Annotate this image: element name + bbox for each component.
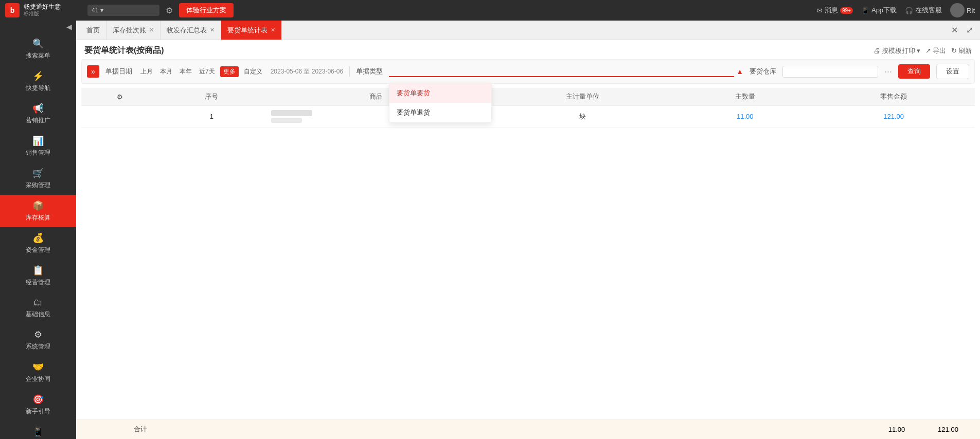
- sidebar-item-search[interactable]: 🔍 搜索菜单: [0, 33, 76, 65]
- export-label: 导出: [933, 46, 946, 56]
- type-select-wrapper: ▲ 要货单要货 要货单退货: [389, 66, 743, 77]
- date-shortcuts: 上月 本月 本年 近7天 更多 自定义: [138, 66, 264, 77]
- sidebar-item-purchase[interactable]: 🛒 采购管理: [0, 162, 76, 195]
- date-last-7days[interactable]: 近7天: [197, 66, 217, 77]
- sidebar-icon-shortcut: ⚡: [32, 70, 44, 82]
- tab-home[interactable]: 首页: [80, 21, 106, 40]
- store-name: 41: [92, 7, 98, 14]
- cell-qty-0: 11.00: [678, 106, 812, 127]
- sidebar-icon-purchase: 🛒: [32, 168, 44, 179]
- page-actions: 🖨 按模板打印 ▾ ↗ 导出 ↻ 刷新: [874, 46, 972, 56]
- header-settings-icon[interactable]: ⚙: [164, 4, 175, 17]
- col-qty: 主数量: [678, 88, 812, 106]
- col-settings[interactable]: ⚙: [81, 88, 158, 106]
- print-icon: 🖨: [874, 47, 880, 54]
- tab-close-order-stat[interactable]: ✕: [271, 27, 275, 33]
- date-last-month[interactable]: 上月: [138, 66, 155, 77]
- message-button[interactable]: ✉ 消息 99+: [817, 6, 853, 15]
- filter-expand-button[interactable]: »: [87, 65, 99, 78]
- sidebar-item-apps[interactable]: 📱 应用中心: [0, 421, 76, 439]
- sidebar-item-system[interactable]: ⚙ 系统管理: [0, 324, 76, 356]
- more-filters-icon[interactable]: ···: [884, 66, 892, 77]
- footer-amount: 121.00: [922, 426, 974, 433]
- app-download-label: App下载: [871, 6, 897, 15]
- sidebar-label-operation: 经营管理: [26, 278, 50, 287]
- tab-expand-icon[interactable]: ⤢: [963, 24, 976, 36]
- chevron-down-icon: ▾: [100, 7, 103, 14]
- top-header: b 畅捷通好生意 标准版 41 ▾ ⚙ 体验行业方案 ✉ 消息 99+ 📱 Ap…: [0, 0, 980, 21]
- tab-label-order-stat: 要货单统计表: [227, 26, 268, 35]
- date-this-year[interactable]: 本年: [177, 66, 194, 77]
- message-label: 消息: [825, 6, 838, 15]
- dropdown-item-order-return[interactable]: 要货单退货: [389, 103, 491, 122]
- tab-order-stat[interactable]: 要货单统计表✕: [221, 21, 281, 40]
- table-footer: 合计 11.00 121.00: [76, 419, 980, 439]
- refresh-label: 刷新: [958, 46, 972, 56]
- app-download-button[interactable]: 📱 App下载: [861, 6, 897, 15]
- page-title: 要货单统计表(按商品): [84, 45, 164, 56]
- export-button[interactable]: ↗ 导出: [925, 46, 946, 56]
- sidebar-label-system: 系统管理: [26, 342, 50, 351]
- sidebar-item-shortcut[interactable]: ⚡ 快捷导航: [0, 65, 76, 98]
- filter-bar: » 单据日期 上月 本月 本年 近7天 更多 自定义 2023-05-06 至 …: [81, 59, 975, 84]
- cell-amount-0: 121.00: [812, 106, 975, 127]
- header-right: ✉ 消息 99+ 📱 App下载 🎧 在线客服 Rit: [817, 3, 975, 17]
- tab-batch[interactable]: 库存批次账✕: [106, 21, 161, 40]
- tab-receivable[interactable]: 收发存汇总表✕: [161, 21, 221, 40]
- warehouse-input[interactable]: [782, 66, 878, 78]
- sidebar: ◀ 🔍 搜索菜单 ⚡ 快捷导航 📢 营销推广 📊 销售管理 🛒 采购管理 📦 库…: [0, 21, 76, 439]
- sidebar-icon-marketing: 📢: [32, 103, 44, 114]
- content-area: 首页库存批次账✕收发存汇总表✕要货单统计表✕ ✕ ⤢ 要货单统计表(按商品) 🖨…: [76, 21, 980, 439]
- sidebar-icon-sales: 📊: [32, 135, 44, 147]
- sidebar-label-guide: 新手引导: [26, 407, 50, 416]
- tab-close-all-icon[interactable]: ✕: [948, 24, 961, 36]
- sidebar-toggle[interactable]: ◀: [0, 21, 76, 33]
- app-sub: 标准版: [24, 10, 61, 17]
- sidebar-label-finance: 资金管理: [26, 246, 50, 254]
- sidebar-icon-search: 🔍: [32, 38, 44, 49]
- refresh-button[interactable]: ↻ 刷新: [951, 46, 972, 56]
- export-icon: ↗: [925, 47, 931, 54]
- sidebar-icon-system: ⚙: [34, 329, 42, 340]
- print-button[interactable]: 🖨 按模板打印 ▾: [874, 46, 920, 56]
- sidebar-item-inventory[interactable]: 📦 库存核算: [0, 195, 76, 227]
- sidebar-item-marketing[interactable]: 📢 营销推广: [0, 98, 76, 130]
- trial-button[interactable]: 体验行业方案: [179, 3, 234, 17]
- online-service-button[interactable]: 🎧 在线客服: [905, 6, 942, 15]
- tab-close-batch[interactable]: ✕: [149, 27, 154, 33]
- col-seq: 序号: [158, 88, 265, 106]
- sidebar-icon-finance: 💰: [32, 232, 44, 244]
- sidebar-item-operation[interactable]: 📋 经营管理: [0, 260, 76, 292]
- store-selector[interactable]: 41 ▾: [87, 5, 159, 16]
- tab-bar: 首页库存批次账✕收发存汇总表✕要货单统计表✕ ✕ ⤢: [76, 21, 980, 40]
- query-button[interactable]: 查询: [898, 64, 930, 79]
- sidebar-nav: 🔍 搜索菜单 ⚡ 快捷导航 📢 营销推广 📊 销售管理 🛒 采购管理 📦 库存核…: [0, 33, 76, 439]
- tab-label-batch: 库存批次账: [113, 26, 146, 35]
- user-avatar[interactable]: Rit: [950, 3, 975, 17]
- sidebar-item-guide[interactable]: 🎯 新手引导: [0, 389, 76, 421]
- date-more[interactable]: 更多: [220, 66, 239, 77]
- cell-unit-0: 块: [488, 106, 678, 127]
- tab-close-receivable[interactable]: ✕: [210, 27, 215, 33]
- sidebar-item-basic[interactable]: 🗂 基础信息: [0, 292, 76, 324]
- sidebar-item-sales[interactable]: 📊 销售管理: [0, 130, 76, 162]
- refresh-icon: ↻: [951, 47, 957, 54]
- date-this-month[interactable]: 本月: [158, 66, 174, 77]
- col-unit: 主计量单位: [488, 88, 678, 106]
- sidebar-label-search: 搜索菜单: [26, 51, 50, 60]
- dropdown-item-order-goods[interactable]: 要货单要货: [389, 83, 491, 103]
- download-icon: 📱: [861, 7, 869, 14]
- tabs-container: 首页库存批次账✕收发存汇总表✕要货单统计表✕: [80, 21, 281, 40]
- settings-button[interactable]: 设置: [936, 64, 969, 79]
- sidebar-item-enterprise[interactable]: 🤝 企业协同: [0, 356, 76, 389]
- date-custom[interactable]: 自定义: [242, 66, 264, 77]
- product-name-skeleton: [271, 110, 312, 116]
- type-label: 单据类型: [356, 67, 383, 76]
- date-label: 单据日期: [105, 67, 132, 76]
- sidebar-item-finance[interactable]: 💰 资金管理: [0, 227, 76, 260]
- type-select-arrow-icon[interactable]: ▲: [736, 67, 743, 76]
- print-chevron-icon: ▾: [917, 47, 920, 54]
- type-select-input[interactable]: [389, 66, 734, 77]
- sidebar-label-shortcut: 快捷导航: [26, 84, 50, 93]
- sidebar-icon-basic: 🗂: [33, 297, 43, 308]
